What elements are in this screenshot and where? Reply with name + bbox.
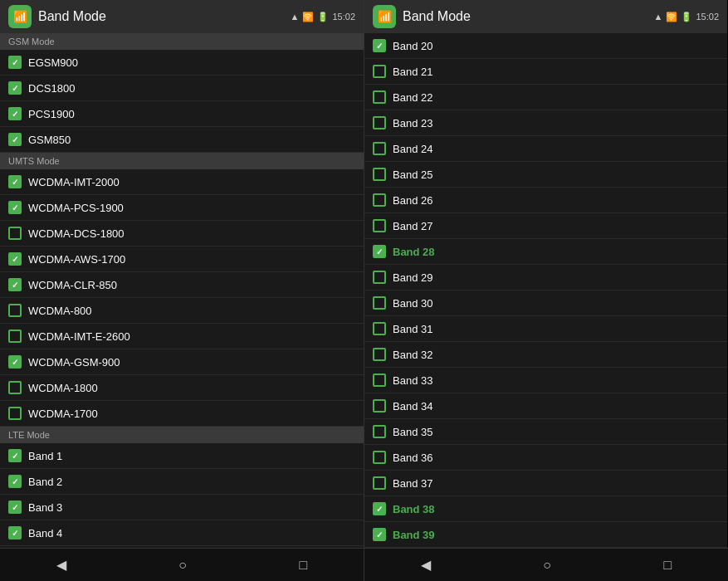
list-item[interactable]: Band 32 bbox=[364, 342, 727, 368]
list-item[interactable]: Band 30 bbox=[364, 290, 727, 316]
time-right: 15:02 bbox=[696, 12, 719, 22]
signal-icon-r: ▲ bbox=[654, 12, 663, 22]
app-title-right: Band Mode bbox=[403, 9, 647, 24]
item-label: WCDMA-GSM-900 bbox=[28, 356, 120, 369]
list-item[interactable]: WCDMA-GSM-900 bbox=[0, 349, 364, 375]
home-button-right[interactable]: ○ bbox=[526, 554, 568, 576]
section-header: LTE Mode bbox=[0, 427, 364, 443]
checkbox bbox=[373, 193, 386, 207]
list-item[interactable]: WCDMA-1800 bbox=[0, 375, 364, 401]
back-button-left[interactable]: ◀ bbox=[40, 554, 83, 576]
checkbox bbox=[373, 451, 386, 464]
list-item[interactable]: WCDMA-1700 bbox=[0, 401, 364, 427]
item-label: Band 4 bbox=[28, 527, 62, 540]
list-item[interactable]: Band 2 bbox=[0, 469, 364, 495]
list-item[interactable]: WCDMA-DCS-1800 bbox=[0, 221, 364, 247]
list-item[interactable]: DCS1800 bbox=[0, 76, 364, 101]
list-item[interactable]: Band 20 bbox=[364, 33, 727, 59]
checkbox bbox=[8, 407, 22, 420]
list-item[interactable]: WCDMA-CLR-850 bbox=[0, 272, 364, 298]
checkbox bbox=[373, 245, 386, 258]
list-item[interactable]: PCS1900 bbox=[0, 101, 364, 127]
checkbox bbox=[373, 399, 386, 413]
list-item[interactable]: WCDMA-PCS-1900 bbox=[0, 195, 364, 221]
list-item[interactable]: WCDMA-AWS-1700 bbox=[0, 247, 364, 272]
item-label: Band 2 bbox=[28, 476, 62, 488]
item-label: Band 27 bbox=[393, 220, 432, 232]
nav-half-right: ◀ ○ □ bbox=[364, 548, 728, 581]
list-item[interactable]: EGSM900 bbox=[0, 50, 364, 76]
item-label: Band 20 bbox=[393, 40, 432, 52]
item-label: Band 32 bbox=[393, 349, 432, 361]
list-item[interactable]: Band 27 bbox=[364, 213, 727, 239]
item-label: WCDMA-800 bbox=[28, 305, 92, 317]
section-header: GSM Mode bbox=[0, 33, 364, 50]
list-item[interactable]: Band 34 bbox=[364, 393, 727, 419]
list-item[interactable]: WCDMA-IMT-2000 bbox=[0, 169, 364, 195]
checkbox bbox=[8, 475, 22, 488]
panel-left: 📶 Band Mode ▲ 🛜 🔋 15:02 GSM ModeEGSM900D… bbox=[0, 0, 364, 548]
checkbox bbox=[8, 201, 22, 214]
list-item[interactable]: Band 33 bbox=[364, 368, 727, 393]
time-left: 15:02 bbox=[332, 12, 355, 22]
list-item[interactable]: Band 1 bbox=[0, 443, 364, 469]
list-item[interactable]: Band 31 bbox=[364, 316, 727, 342]
recent-button-right[interactable]: □ bbox=[647, 554, 689, 576]
item-label: GSM850 bbox=[28, 134, 71, 146]
item-label: Band 26 bbox=[393, 194, 432, 207]
list-item[interactable]: Band 25 bbox=[364, 162, 727, 188]
checkbox bbox=[8, 107, 22, 120]
list-item[interactable]: Band 4 bbox=[0, 520, 364, 546]
list-item[interactable]: Band 26 bbox=[364, 188, 727, 213]
item-label: Band 29 bbox=[393, 271, 432, 284]
list-item[interactable]: WCDMA-800 bbox=[0, 298, 364, 324]
list-item[interactable]: WCDMA-IMT-E-2600 bbox=[0, 324, 364, 349]
signal-icon: ▲ bbox=[291, 12, 300, 22]
item-label: WCDMA-PCS-1900 bbox=[28, 202, 124, 214]
status-bar-right: ▲ 🛜 🔋 15:02 bbox=[654, 12, 719, 22]
wifi-icon: 🛜 bbox=[302, 12, 314, 22]
item-label: Band 3 bbox=[28, 501, 62, 514]
recent-button-left[interactable]: □ bbox=[283, 554, 325, 576]
checkbox bbox=[8, 330, 22, 343]
list-item[interactable]: Band 37 bbox=[364, 471, 727, 496]
item-label: WCDMA-AWS-1700 bbox=[28, 253, 125, 266]
list-item[interactable]: Band 23 bbox=[364, 110, 727, 136]
home-button-left[interactable]: ○ bbox=[162, 554, 203, 576]
list-item[interactable]: Band 22 bbox=[364, 85, 727, 110]
panel-right: 📶 Band Mode ▲ 🛜 🔋 15:02 Band 20Band 21Ba… bbox=[364, 0, 727, 548]
checkbox bbox=[8, 56, 22, 69]
list-item[interactable]: Band 28 bbox=[364, 239, 727, 265]
list-item[interactable]: Band 38 bbox=[364, 496, 727, 522]
app-icon-right: 📶 bbox=[373, 5, 396, 28]
back-button-right[interactable]: ◀ bbox=[404, 554, 447, 576]
list-item[interactable]: Band 39 bbox=[364, 522, 727, 548]
item-label: WCDMA-CLR-850 bbox=[28, 279, 117, 291]
list-item[interactable]: Band 3 bbox=[0, 495, 364, 520]
list-item[interactable]: Band 21 bbox=[364, 59, 727, 85]
battery-icon: 🔋 bbox=[317, 12, 329, 22]
panel-right-content: Band 20Band 21Band 22Band 23Band 24Band … bbox=[364, 33, 727, 548]
item-label: Band 24 bbox=[393, 143, 432, 155]
checkbox bbox=[8, 252, 22, 266]
item-label: WCDMA-IMT-2000 bbox=[28, 176, 120, 188]
checkbox bbox=[8, 175, 22, 188]
item-label: Band 31 bbox=[393, 323, 432, 335]
item-label: Band 22 bbox=[393, 91, 432, 104]
item-label: Band 34 bbox=[393, 400, 432, 413]
list-item[interactable]: GSM850 bbox=[0, 127, 364, 153]
list-item[interactable]: Band 24 bbox=[364, 136, 727, 162]
checkbox bbox=[373, 65, 386, 78]
checkbox bbox=[8, 227, 22, 240]
item-label: Band 21 bbox=[393, 66, 432, 78]
item-label: Band 25 bbox=[393, 168, 432, 181]
checkbox bbox=[373, 425, 386, 438]
list-item[interactable]: Band 35 bbox=[364, 419, 727, 445]
checkbox bbox=[373, 142, 386, 155]
item-label: DCS1800 bbox=[28, 82, 75, 95]
checkbox bbox=[373, 348, 386, 361]
list-item[interactable]: Band 29 bbox=[364, 265, 727, 290]
item-label: WCDMA-DCS-1800 bbox=[28, 227, 125, 240]
checkbox bbox=[8, 449, 22, 462]
list-item[interactable]: Band 36 bbox=[364, 445, 727, 471]
